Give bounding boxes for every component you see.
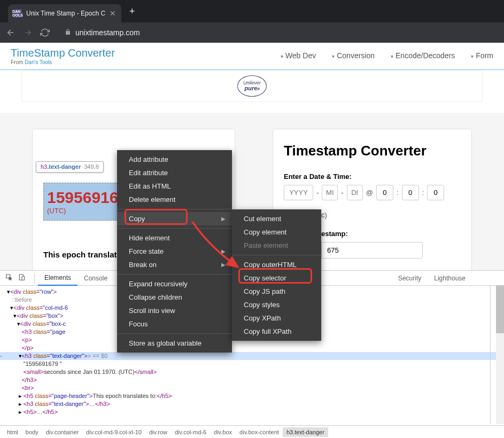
close-icon[interactable]: ✕ bbox=[110, 9, 116, 18]
crumb[interactable]: div.col-md-6 bbox=[171, 427, 210, 437]
context-menu-item[interactable]: Copy XPath bbox=[232, 311, 321, 325]
context-menu-item[interactable]: Copy selector bbox=[232, 271, 321, 285]
brand-link[interactable]: Dan's Tools bbox=[25, 59, 52, 65]
url-text: unixtimestamp.com bbox=[75, 28, 140, 37]
crumb[interactable]: div.col-md-9.col-xl-10 bbox=[82, 427, 145, 437]
date-inputs: - - @ : : bbox=[284, 185, 461, 200]
dom-line: ▸ <h3 class="text-danger">…</h3> bbox=[0, 400, 504, 408]
brand-subtitle: From Dan's Tools bbox=[11, 59, 115, 65]
address-bar: unixtimestamp.com bbox=[0, 22, 504, 43]
inspect-icon[interactable] bbox=[5, 273, 13, 283]
nav-menu: Web Dev Conversion Encode/Decoders Form bbox=[281, 47, 493, 60]
site-header: TimeStamp Converter From Dan's Tools Web… bbox=[0, 43, 504, 70]
tab-elements[interactable]: Elements bbox=[38, 271, 77, 286]
second-input[interactable] bbox=[427, 185, 444, 200]
nav-item[interactable]: Form bbox=[471, 51, 493, 60]
month-input[interactable] bbox=[322, 185, 338, 200]
nav-item[interactable]: Conversion bbox=[332, 51, 375, 60]
dom-breadcrumb: html body div.container div.col-md-9.col… bbox=[0, 425, 504, 438]
context-menu-item[interactable]: Paste element bbox=[232, 239, 321, 252]
dom-line: <small>seconds since Jan 01 1970. (UTC)<… bbox=[0, 368, 504, 376]
ad-logo: Unileverpureit bbox=[237, 75, 267, 97]
brand: TimeStamp Converter From Dan's Tools bbox=[11, 47, 115, 65]
back-icon[interactable] bbox=[5, 28, 16, 37]
hour-input[interactable] bbox=[376, 185, 393, 200]
context-menu-item[interactable]: Break on▶ bbox=[117, 258, 232, 271]
dom-line: ▸ <h5>…</h5> bbox=[0, 408, 504, 416]
timestamp-input[interactable] bbox=[321, 242, 423, 259]
dom-line: "1595691679 " bbox=[0, 360, 504, 368]
context-menu-main: Add attributeEdit attributeEdit as HTMLD… bbox=[117, 150, 232, 353]
context-menu-item[interactable]: Delete element bbox=[117, 193, 232, 206]
context-menu-item[interactable]: Add attribute bbox=[117, 153, 232, 166]
dom-line: <br> bbox=[0, 384, 504, 392]
dom-line: ▸ <h5 class="page-header">This epoch tra… bbox=[0, 392, 504, 400]
browser-chrome: DANOOLS Unix Time Stamp - Epoch C ✕ + un… bbox=[0, 0, 504, 43]
context-menu-item[interactable]: Copy outerHTML bbox=[232, 258, 321, 271]
converter-title: Timestamp Converter bbox=[284, 143, 461, 159]
dom-line: </h3> bbox=[0, 376, 504, 384]
tab-console[interactable]: Console bbox=[77, 271, 114, 286]
context-menu-item[interactable]: Force state▶ bbox=[117, 245, 232, 258]
minute-input[interactable] bbox=[402, 185, 419, 200]
favicon: DANOOLS bbox=[13, 9, 22, 18]
context-menu-item[interactable]: Copy element bbox=[232, 225, 321, 239]
tab-lighthouse[interactable]: Lighthouse bbox=[428, 271, 472, 286]
context-menu-item[interactable]: Scroll into view bbox=[117, 304, 232, 317]
devtools-scrollbar[interactable] bbox=[496, 285, 504, 424]
tab-title: Unix Time Stamp - Epoch C bbox=[26, 10, 105, 17]
context-menu-item[interactable]: Hide element bbox=[117, 231, 232, 245]
context-menu-item[interactable]: Copy JS path bbox=[232, 285, 321, 298]
nav-item[interactable]: Encode/Decoders bbox=[391, 51, 455, 60]
day-input[interactable] bbox=[347, 185, 363, 200]
brand-title[interactable]: TimeStamp Converter bbox=[11, 47, 115, 59]
inspector-tooltip: h3.text-danger349.8 bbox=[36, 161, 104, 173]
browser-tab[interactable]: DANOOLS Unix Time Stamp - Epoch C ✕ bbox=[8, 4, 121, 22]
context-menu-item[interactable]: Copy full XPath bbox=[232, 325, 321, 338]
new-tab-button[interactable]: + bbox=[129, 6, 135, 17]
ad-banner: Unileverpureit bbox=[21, 70, 483, 102]
crumb[interactable]: div.box-content bbox=[236, 427, 283, 437]
context-menu-item[interactable]: Store as global variable bbox=[117, 337, 232, 350]
lock-icon bbox=[65, 28, 71, 37]
svg-rect-2 bbox=[22, 276, 25, 280]
context-menu-item[interactable]: Focus bbox=[117, 317, 232, 331]
dom-line-selected: ▾<h3 class="text-danger">> == $0 bbox=[0, 352, 504, 360]
forward-icon[interactable] bbox=[22, 28, 33, 37]
tab-security[interactable]: Security bbox=[392, 271, 428, 286]
device-icon[interactable] bbox=[18, 273, 26, 283]
context-menu-copy: Cut elementCopy elementPaste elementCopy… bbox=[232, 209, 321, 341]
crumb[interactable]: body bbox=[22, 427, 42, 437]
dom-line: </p> bbox=[0, 344, 504, 352]
crumb[interactable]: h3.text-danger bbox=[283, 427, 328, 437]
nav-item[interactable]: Web Dev bbox=[281, 51, 316, 60]
context-menu-item[interactable]: Expand recursively bbox=[117, 277, 232, 291]
context-menu-item[interactable]: Cut element bbox=[232, 212, 321, 225]
crumb[interactable]: html bbox=[3, 427, 22, 437]
url-box[interactable]: unixtimestamp.com bbox=[57, 28, 499, 37]
context-menu-item[interactable]: Edit as HTML bbox=[117, 179, 232, 193]
context-menu-item[interactable]: Collapse children bbox=[117, 291, 232, 304]
crumb[interactable]: div.row bbox=[145, 427, 171, 437]
crumb[interactable]: div.box bbox=[210, 427, 236, 437]
tab-strip: DANOOLS Unix Time Stamp - Epoch C ✕ + bbox=[0, 0, 504, 22]
context-menu-item[interactable]: Edit attribute bbox=[117, 166, 232, 179]
context-menu-item[interactable]: Copy▶ bbox=[117, 212, 232, 225]
crumb[interactable]: div.container bbox=[42, 427, 83, 437]
year-input[interactable] bbox=[284, 185, 313, 200]
date-label: Enter a Date & Time: bbox=[284, 173, 461, 181]
context-menu-item[interactable]: Copy styles bbox=[232, 298, 321, 311]
reload-icon[interactable] bbox=[40, 28, 50, 37]
